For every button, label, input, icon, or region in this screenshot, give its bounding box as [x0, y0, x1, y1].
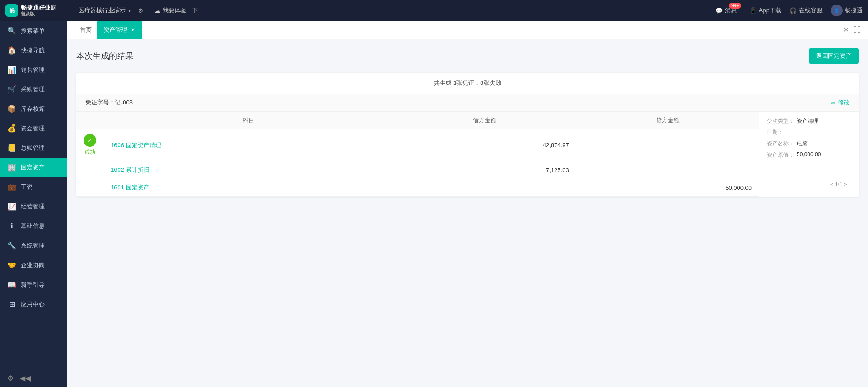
- summary-text: 共生成 1张凭证，0张失败: [434, 79, 501, 86]
- sidebar-item-inventory[interactable]: 📦 库存核算: [0, 99, 67, 119]
- gear-icon: ⚙: [138, 7, 144, 14]
- company-selector[interactable]: 医疗器械行业演示 ▾: [79, 6, 131, 15]
- sales-icon: 📊: [7, 65, 16, 74]
- inventory-icon: 📦: [7, 104, 16, 113]
- sidebar-item-capital[interactable]: 💰 资金管理: [0, 119, 67, 138]
- user-name: 畅捷通: [845, 6, 863, 15]
- credit-3: 50,000.00: [576, 179, 759, 197]
- table-row: 1602 累计折旧 7,125.03: [76, 161, 759, 179]
- sidebar-label-system: 系统管理: [21, 242, 45, 250]
- sidebar: 🔍 搜索菜单 🏠 快捷导航 📊 销售管理 🛒 采购管理 📦 库存核算 💰 资金管…: [0, 21, 67, 387]
- sidebar-label-search: 搜索菜单: [21, 27, 45, 35]
- sidebar-item-apps[interactable]: ⊞ 应用中心: [0, 294, 67, 314]
- avatar: 👤: [831, 5, 843, 16]
- divider: [74, 5, 74, 16]
- try-experience-btn[interactable]: ☁ 我要体验一下: [154, 6, 198, 15]
- top-bar-right: 💬 消息 99+ 📱 App下载 🎧 在线客服 👤 畅捷通: [715, 5, 863, 16]
- voucher-block: 凭证字号：记-003 ✏ 修改: [76, 94, 859, 197]
- credit-1: [576, 129, 759, 161]
- sidebar-label-fixed: 固定资产: [21, 164, 45, 172]
- user-profile[interactable]: 👤 畅捷通: [831, 5, 863, 16]
- side-date: 日期：: [767, 129, 852, 136]
- sidebar-label-sales: 销售管理: [21, 66, 45, 74]
- voucher-count: 1: [453, 79, 456, 86]
- sidebar-item-ops[interactable]: 📈 经营管理: [0, 197, 67, 216]
- sidebar-item-purchase[interactable]: 🛒 采购管理: [0, 79, 67, 99]
- sidebar-item-guide[interactable]: 📖 新手引导: [0, 275, 67, 294]
- sidebar-label-apps: 应用中心: [21, 300, 45, 308]
- service-label: 在线客服: [799, 6, 823, 15]
- sidebar-item-search[interactable]: 🔍 搜索菜单: [0, 21, 67, 40]
- service-btn[interactable]: 🎧 在线客服: [789, 6, 823, 15]
- logo-icon: 畅: [5, 4, 18, 17]
- table-row: ✓ 成功 1606 固定资产清理 42,874.97: [76, 129, 759, 161]
- tab-close-icon[interactable]: ✕: [131, 27, 135, 33]
- main-area: 首页 资产管理 ✕ ✕ ⛶ 本次生成的结果 返回固定资产: [67, 21, 868, 387]
- cloud-icon: ☁: [154, 7, 160, 14]
- debit-1: 42,874.97: [393, 129, 576, 161]
- logo-title: 畅捷通好业财: [21, 4, 56, 11]
- guide-icon: 📖: [7, 280, 16, 289]
- message-btn[interactable]: 💬 消息 99+: [715, 6, 737, 15]
- edit-voucher-button[interactable]: ✏ 修改: [831, 99, 850, 107]
- sidebar-item-system[interactable]: 🔧 系统管理: [0, 236, 67, 255]
- sidebar-label-basic: 基础信息: [21, 222, 45, 230]
- capital-icon: 💰: [7, 124, 16, 133]
- message-badge: 99+: [729, 3, 741, 9]
- panel-close-button[interactable]: ✕: [843, 26, 849, 34]
- logo: 畅 畅捷通好业财 普及版: [5, 4, 69, 17]
- top-bar: 畅 畅捷通好业财 普及版 医疗器械行业演示 ▾ ⚙ ☁ 我要体验一下 💬 消息 …: [0, 0, 868, 21]
- subject-2: 1602 累计折旧: [104, 161, 393, 179]
- row-status-1: ✓ 成功: [76, 129, 104, 161]
- sidebar-item-salary[interactable]: 💼 工资: [0, 177, 67, 197]
- collab-icon: 🤝: [7, 261, 16, 269]
- sidebar-item-collab[interactable]: 🤝 企业协同: [0, 255, 67, 275]
- app-download-btn[interactable]: 📱 App下载: [749, 6, 781, 15]
- result-card: 共生成 1张凭证，0张失败 凭证字号：记-003 ✏ 修改: [76, 73, 859, 197]
- return-fixed-assets-button[interactable]: 返回固定资产: [809, 48, 859, 64]
- debit-2: 7,125.03: [393, 161, 576, 179]
- message-icon: 💬: [715, 7, 723, 14]
- original-value-value: 50,000.00: [797, 151, 821, 159]
- col-status: [76, 112, 104, 129]
- table-row: 1601 固定资产 50,000.00: [76, 179, 759, 197]
- date-label: 日期：: [767, 129, 792, 136]
- subject-3: 1601 固定资产: [104, 179, 393, 197]
- asset-name-value: 电脑: [797, 140, 808, 148]
- sidebar-item-quicknav[interactable]: 🏠 快捷导航: [0, 40, 67, 60]
- fail-count: 0: [480, 79, 483, 86]
- entries-table: 科目 借方金额 贷方金额 ✓: [76, 112, 759, 197]
- salary-icon: 💼: [7, 183, 16, 191]
- logo-sub: 普及版: [21, 11, 56, 17]
- sidebar-label-purchase: 采购管理: [21, 85, 45, 94]
- col-subject: 科目: [104, 112, 393, 129]
- layout: 🔍 搜索菜单 🏠 快捷导航 📊 销售管理 🛒 采购管理 📦 库存核算 💰 资金管…: [0, 21, 868, 387]
- row-status-2: [76, 161, 104, 179]
- fixed-assets-icon: 🏢: [7, 163, 16, 172]
- pagination[interactable]: < 1/1 >: [767, 178, 852, 191]
- basic-icon: ℹ: [7, 222, 16, 230]
- ledger-icon: 📒: [7, 144, 16, 152]
- voucher-header: 凭证字号：记-003 ✏ 修改: [76, 94, 859, 112]
- sidebar-item-ledger[interactable]: 📒 总账管理: [0, 138, 67, 158]
- bottom-settings-icon[interactable]: ⚙: [7, 374, 14, 382]
- sidebar-item-fixed-assets[interactable]: 🏢 固定资产: [0, 158, 67, 177]
- row-status-3: [76, 179, 104, 197]
- summary-bar: 共生成 1张凭证，0张失败: [76, 73, 859, 94]
- tab-home[interactable]: 首页: [74, 21, 97, 39]
- col-credit: 贷方金额: [576, 112, 759, 129]
- page-header: 本次生成的结果 返回固定资产: [76, 48, 859, 64]
- col-debit: 借方金额: [393, 112, 576, 129]
- settings-icon-btn[interactable]: ⚙: [134, 4, 147, 17]
- apps-icon: ⊞: [7, 300, 16, 308]
- collapse-sidebar-icon[interactable]: ◀◀: [20, 374, 31, 382]
- success-icon: ✓: [84, 134, 96, 147]
- tab-bar: 首页 资产管理 ✕ ✕ ⛶: [67, 21, 868, 39]
- sidebar-item-sales[interactable]: 📊 销售管理: [0, 60, 67, 79]
- success-label: 成功: [84, 149, 95, 156]
- sidebar-bottom: ⚙ ◀◀: [0, 369, 67, 387]
- panel-expand-button[interactable]: ⛶: [853, 26, 861, 34]
- app-download-label: App下载: [759, 6, 781, 15]
- tab-assets[interactable]: 资产管理 ✕: [97, 21, 142, 39]
- sidebar-item-basic[interactable]: ℹ 基础信息: [0, 216, 67, 236]
